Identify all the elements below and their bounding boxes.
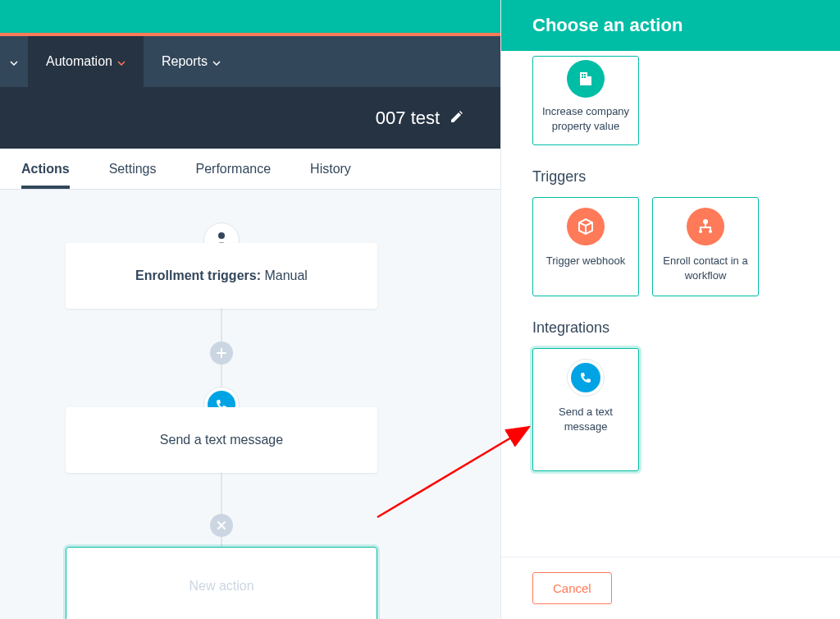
nav-item-automation[interactable]: Automation: [28, 36, 144, 87]
workflow-canvas[interactable]: Enrollment triggers: Manual Send a text …: [0, 190, 500, 619]
chevron-down-icon: [212, 54, 221, 69]
svg-point-8: [699, 230, 702, 233]
svg-point-7: [703, 219, 708, 224]
svg-rect-1: [580, 72, 587, 85]
edit-icon[interactable]: [450, 109, 464, 127]
building-icon: [567, 60, 605, 98]
action-card-send-text-message[interactable]: Send a text message: [532, 348, 639, 471]
tab-label: Performance: [195, 162, 271, 177]
triggers-row: Trigger webhook Enroll contact in a work…: [532, 197, 809, 296]
phone-icon-wrap: [567, 359, 605, 397]
chevron-down-icon: [117, 54, 126, 69]
panel-header: Choose an action: [501, 0, 840, 51]
remove-step-button[interactable]: [210, 514, 233, 537]
integrations-row: Send a text message: [532, 348, 809, 471]
svg-rect-4: [584, 74, 586, 76]
section-title-integrations: Integrations: [532, 319, 809, 337]
svg-rect-6: [584, 76, 586, 78]
tab-settings[interactable]: Settings: [109, 149, 157, 189]
section-title-triggers: Triggers: [532, 168, 809, 186]
send-text-node-label: Send a text message: [160, 433, 283, 447]
panel-body: Increase company property value Triggers…: [501, 51, 840, 557]
cancel-button[interactable]: Cancel: [532, 572, 612, 604]
phone-bubble-icon: [571, 363, 600, 392]
svg-rect-5: [582, 76, 583, 78]
action-card-enroll-contact[interactable]: Enroll contact in a workflow: [652, 197, 759, 296]
nav-item-reports[interactable]: Reports: [144, 36, 239, 87]
action-card-label: Trigger webhook: [546, 254, 625, 268]
tab-label: Settings: [109, 162, 157, 177]
workflow: Enrollment triggers: Manual Send a text …: [0, 190, 500, 619]
new-action-label: New action: [189, 579, 253, 594]
workflow-title: 007 test: [376, 108, 440, 129]
tab-label: History: [310, 162, 351, 177]
tab-actions[interactable]: Actions: [21, 149, 70, 189]
action-card-label: Increase company property value: [540, 104, 632, 133]
tab-label: Actions: [21, 162, 70, 177]
add-step-button[interactable]: [210, 342, 233, 365]
panel-title: Choose an action: [532, 15, 682, 36]
nav-item-label: Reports: [162, 54, 208, 69]
svg-point-0: [218, 232, 225, 239]
action-card-trigger-webhook[interactable]: Trigger webhook: [532, 197, 639, 296]
nav-item-label: Automation: [46, 54, 112, 69]
cube-icon: [567, 208, 605, 245]
send-text-node[interactable]: Send a text message: [66, 407, 377, 473]
nav-item-dropdown[interactable]: [0, 36, 28, 87]
chevron-down-icon: [10, 54, 18, 69]
svg-rect-3: [582, 74, 583, 76]
new-action-placeholder[interactable]: New action: [66, 547, 377, 619]
enrollment-node[interactable]: Enrollment triggers: Manual: [66, 243, 377, 309]
svg-rect-2: [587, 76, 591, 85]
enrollment-node-label: Enrollment triggers: Manual: [135, 268, 308, 283]
svg-point-9: [709, 230, 712, 233]
panel-footer: Cancel: [501, 557, 840, 619]
tab-history[interactable]: History: [310, 149, 351, 189]
tab-performance[interactable]: Performance: [195, 149, 271, 189]
action-card-label: Send a text message: [540, 405, 632, 433]
action-panel: Choose an action Increase company proper…: [500, 0, 840, 619]
action-card-label: Enroll contact in a workflow: [660, 254, 751, 282]
workflow-icon: [687, 208, 724, 245]
action-card-increase-company-property[interactable]: Increase company property value: [532, 56, 639, 145]
